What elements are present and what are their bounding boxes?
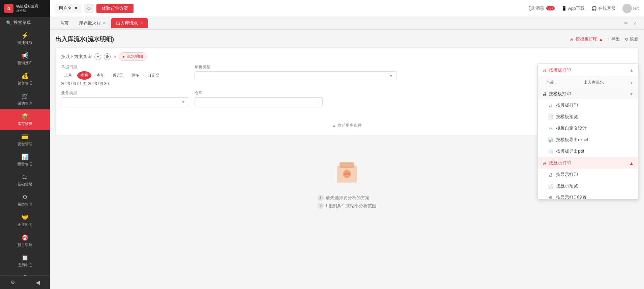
tab-flow[interactable]: 出入库流水 ✕ — [111, 18, 148, 28]
gear-button[interactable]: ⚙ — [84, 4, 94, 13]
page-title: 出入库流水(流水明细) — [55, 35, 114, 43]
sidebar-item-label: 企业协同 — [18, 222, 32, 227]
sidebar-item-purchase[interactable]: 🛒 采购管理 — [0, 89, 50, 109]
item-display-preview-label: 按显示预览 — [556, 183, 578, 189]
sidebar-item-label: 营销推广 — [18, 60, 32, 65]
date-btn-more[interactable]: 更多 — [128, 71, 142, 80]
sales-icon: 💰 — [21, 72, 29, 80]
filter-settings-button[interactable]: ⚙ — [104, 53, 111, 60]
message-button[interactable]: 💬 消息 99+ — [529, 5, 555, 11]
system-icon: ⚙ — [22, 193, 28, 201]
chip-icon: ● — [122, 54, 125, 59]
close-flow-tab-icon[interactable]: ✕ — [140, 21, 143, 25]
dropdown-item-template-export-excel[interactable]: 📊 按模板导出excel — [538, 134, 638, 146]
warehouse-select[interactable]: ··· — [195, 97, 323, 106]
tab-batch-account[interactable]: 库存批次账 ✕ — [74, 18, 111, 28]
date-btn-custom[interactable]: 自定义 — [144, 71, 163, 80]
sidebar-item-wechat[interactable]: 💬 企业微信 — [0, 271, 50, 275]
dropdown-item-template-print[interactable]: 🖨 按模板打印 — [538, 100, 638, 111]
voucher-type-select[interactable]: ▼ — [195, 71, 397, 80]
sidebar-item-label: 资金管理 — [18, 141, 32, 147]
trial-button[interactable]: 体验行业方案 — [96, 4, 134, 13]
print-icon: 🖨 — [570, 37, 574, 42]
template-print-section-header[interactable]: 🖨 按模板打印 ▼ — [538, 88, 638, 100]
sidebar-item-label: 快捷导航 — [18, 40, 32, 45]
export-button[interactable]: ↑ 导出 — [608, 36, 620, 42]
sidebar-item-enterprise[interactable]: 🤝 企业协同 — [0, 210, 50, 231]
sidebar-item-basic[interactable]: 🗂 基础信息 — [0, 170, 50, 190]
display-print-section-label: 按显示打印 — [549, 160, 571, 166]
svg-rect-3 — [344, 173, 350, 175]
date-btn-last-month[interactable]: 上月 — [61, 71, 75, 80]
sidebar-item-newbie[interactable]: 🎯 新手引导 — [0, 231, 50, 251]
chevron-up-icon: ▲ — [599, 37, 603, 42]
template-section-chevron-icon: ▼ — [629, 91, 634, 97]
service-icon: 🎧 — [591, 6, 597, 11]
dropdown-item-display-preview[interactable]: 📄 按显示预览 — [538, 180, 638, 192]
collapse-sidebar-icon[interactable]: ◀ — [36, 279, 40, 286]
date-btn-7days[interactable]: 近7天 — [110, 71, 126, 80]
search-icon: 🔍 — [6, 20, 11, 25]
step-num-2: 2 — [318, 203, 324, 209]
sidebar-item-appcenter[interactable]: 🔲 应用中心 — [0, 251, 50, 271]
filter-collapse-left-icon[interactable]: « — [113, 54, 116, 59]
sidebar-item-label: 经营管理 — [18, 162, 32, 167]
collapse-label: 收起更多条件 — [338, 123, 362, 128]
sidebar-item-system[interactable]: ⚙ 系统管理 — [0, 190, 50, 210]
wechat-icon: 💬 — [21, 274, 29, 275]
item-template-preview-label: 按模板预览 — [556, 114, 578, 120]
dropdown-item-template-preview[interactable]: 📄 按模板预览 — [538, 111, 638, 123]
item-pdf-icon: 📄 — [548, 149, 553, 154]
filter-business-type-field: 业务类型 ▼ — [61, 90, 189, 106]
close-batch-tab-icon[interactable]: ✕ — [103, 21, 106, 25]
sidebar-item-sales[interactable]: 💰 销售管理 — [0, 69, 50, 89]
current-template-label: 当前： 出入库流水 ▼ — [538, 77, 638, 88]
user-profile-button[interactable]: Rit — [622, 4, 639, 13]
settings-bottom-icon[interactable]: ⚙ — [10, 279, 15, 286]
date-field-label: 单据日期 — [61, 64, 189, 70]
online-service-button[interactable]: 🎧 在线客服 — [591, 5, 616, 11]
sidebar-item-operation[interactable]: 📊 经营管理 — [0, 150, 50, 170]
dropdown-item-template-custom[interactable]: ✏ 模板自定义设计 — [538, 123, 638, 134]
empty-step-1: 1 请先选择要分析的方案 — [318, 195, 376, 201]
refresh-icon: ↻ — [625, 37, 628, 42]
empty-step-2-label: 用[选]条件来缩小分析范围 — [326, 203, 376, 209]
user-selector[interactable]: 用户名 ▼ — [55, 4, 82, 13]
close-all-tabs-button[interactable]: ✕ — [622, 20, 629, 27]
filter-date-field: 单据日期 上月 本月 本年 近7天 更多 自定义 2023-06-01 至 20… — [61, 64, 189, 87]
sidebar-item-inventory[interactable]: 📦 库存核算 — [0, 109, 50, 130]
sidebar-item-label: 新手引导 — [18, 242, 32, 247]
date-btn-this-month[interactable]: 本月 — [77, 71, 91, 80]
chevron-up-icon: ▲ — [332, 123, 336, 128]
sidebar-item-finance[interactable]: 💳 资金管理 — [0, 130, 50, 150]
date-options-row: 上月 本月 本年 近7天 更多 自定义 — [61, 71, 189, 80]
template-print-section: 🖨 按模板打印 ▼ 🖨 按模板打印 📄 按模板预览 ✏ — [538, 88, 638, 157]
item-template-custom-label: 模板自定义设计 — [556, 125, 587, 131]
display-section-chevron-icon: ▲ — [629, 161, 634, 166]
business-type-select[interactable]: ▼ — [61, 97, 189, 106]
maximize-button[interactable]: ⤢ — [631, 20, 639, 27]
dropdown-item-template-export-pdf[interactable]: 📄 按模板导出pdf — [538, 146, 638, 157]
template-print-section-label: 按模板打印 — [549, 91, 571, 97]
message-label: 消息 — [535, 5, 544, 11]
item-display-print-label: 按显示打印 — [556, 172, 578, 178]
print-dropdown: 🖨 按模板打印 ▲ 当前： 出入库流水 ▼ 🖨 按模板 — [537, 63, 639, 199]
display-print-section-header[interactable]: 🖨 按显示打印 ▲ — [538, 157, 638, 169]
filter-add-button[interactable]: + — [94, 53, 101, 60]
dropdown-item-display-print[interactable]: 🖨 按显示打印 — [538, 169, 638, 180]
sidebar-search[interactable]: 🔍 搜索菜单 — [0, 17, 50, 28]
app-download-button[interactable]: 📱 App下载 — [561, 5, 585, 11]
date-btn-this-year[interactable]: 本年 — [93, 71, 108, 80]
print-template-button[interactable]: 🖨 按模板打印 ▲ — [570, 36, 603, 42]
sidebar: b 畅捷通好生意 标准版 🔍 搜索菜单 ⚡ 快捷导航 📢 营销推广 💰 销售管理… — [0, 0, 50, 289]
dropdown-title: 按模板打印 — [549, 67, 571, 73]
dropdown-item-display-print-settings[interactable]: ⚙ 按显示打印设置 — [538, 192, 638, 199]
dropdown-chevron-up-icon[interactable]: ▲ — [630, 68, 634, 73]
tab-home[interactable]: 首页 — [55, 18, 74, 28]
chevron-down-icon: ▼ — [74, 6, 78, 11]
refresh-button[interactable]: ↻ 刷新 — [625, 36, 639, 42]
message-icon: 💬 — [529, 6, 534, 11]
sidebar-item-quick-nav[interactable]: ⚡ 快捷导航 — [0, 28, 50, 49]
filter-chip-shuiming[interactable]: ● 流水明细 — [119, 52, 147, 61]
sidebar-item-marketing[interactable]: 📢 营销推广 — [0, 49, 50, 69]
